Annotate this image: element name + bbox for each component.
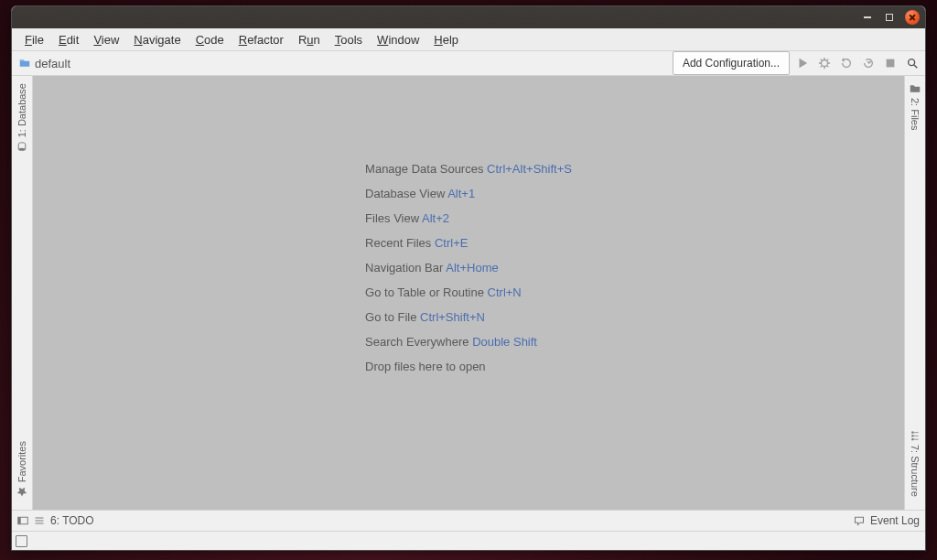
hint-filesview-shortcut: Alt+2 bbox=[422, 211, 449, 225]
menu-view[interactable]: View bbox=[86, 31, 126, 48]
menu-bar: File Edit View Navigate Code Refactor Ru… bbox=[12, 28, 925, 51]
database-tool-label: 1: Database bbox=[16, 83, 27, 137]
hint-dbview-label: Database View bbox=[365, 187, 445, 200]
menu-code[interactable]: Code bbox=[188, 31, 232, 48]
menu-edit[interactable]: Edit bbox=[51, 31, 86, 48]
project-name: default bbox=[35, 57, 70, 70]
toolwindow-toggle-icon[interactable] bbox=[17, 515, 28, 526]
svg-rect-9 bbox=[18, 517, 21, 524]
editor-body: 1: Database Favorites Manage Data Source… bbox=[12, 76, 925, 510]
hint-manage-label: Manage Data Sources bbox=[365, 162, 483, 176]
add-configuration-button[interactable]: Add Configuration... bbox=[673, 51, 790, 75]
menu-window[interactable]: Window bbox=[370, 31, 426, 48]
statusbar-toolwindows-button[interactable] bbox=[16, 535, 27, 547]
svg-point-2 bbox=[909, 59, 915, 66]
svg-rect-5 bbox=[911, 432, 913, 434]
svg-point-0 bbox=[822, 60, 828, 67]
svg-line-3 bbox=[914, 65, 918, 69]
left-tool-gutter: 1: Database Favorites bbox=[12, 76, 33, 510]
menu-tools[interactable]: Tools bbox=[328, 31, 370, 48]
hint-gotofile-label: Go to File bbox=[365, 310, 416, 324]
hint-navbar-shortcut: Alt+Home bbox=[446, 261, 498, 275]
star-icon bbox=[16, 486, 27, 497]
hint-gototable-shortcut: Ctrl+N bbox=[488, 285, 522, 299]
hint-recent-label: Recent Files bbox=[365, 236, 431, 250]
search-button[interactable] bbox=[903, 54, 921, 72]
database-tool-tab[interactable]: 1: Database bbox=[16, 76, 27, 159]
run-button[interactable] bbox=[793, 54, 812, 72]
hint-search-shortcut: Double Shift bbox=[472, 335, 537, 349]
menu-navigate[interactable]: Navigate bbox=[126, 31, 188, 48]
debug-button[interactable] bbox=[815, 54, 834, 72]
window-maximize-button[interactable] bbox=[883, 11, 896, 24]
hint-filesview-label: Files View bbox=[365, 211, 419, 225]
files-tool-label: 2: Files bbox=[910, 98, 921, 130]
menu-help[interactable]: Help bbox=[426, 31, 466, 48]
event-log-icon bbox=[854, 515, 865, 526]
hint-dbview-shortcut: Alt+1 bbox=[447, 187, 475, 200]
more-actions-button[interactable] bbox=[859, 54, 878, 72]
hint-recent-shortcut: Ctrl+E bbox=[435, 236, 468, 250]
structure-icon bbox=[910, 430, 921, 441]
hint-search-label: Search Everywhere bbox=[365, 335, 468, 349]
structure-tool-tab[interactable]: 7: Structure bbox=[910, 423, 921, 504]
folder-icon bbox=[19, 58, 30, 69]
svg-point-4 bbox=[18, 148, 26, 151]
structure-tool-label: 7: Structure bbox=[910, 445, 921, 497]
favorites-tool-tab[interactable]: Favorites bbox=[16, 434, 27, 504]
status-bar bbox=[12, 531, 925, 550]
svg-rect-7 bbox=[911, 438, 913, 440]
window-minimize-button[interactable] bbox=[861, 11, 874, 24]
svg-rect-6 bbox=[911, 435, 913, 436]
project-selector[interactable]: default bbox=[16, 57, 74, 70]
hint-drop-label: Drop files here to open bbox=[365, 360, 486, 373]
todo-icon bbox=[34, 515, 45, 526]
empty-state-hints: Manage Data Sources Ctrl+Alt+Shift+S Dat… bbox=[365, 156, 572, 379]
hint-manage-shortcut: Ctrl+Alt+Shift+S bbox=[487, 162, 572, 176]
window-close-button[interactable] bbox=[905, 10, 920, 25]
hint-navbar-label: Navigation Bar bbox=[365, 261, 443, 275]
svg-rect-1 bbox=[887, 59, 895, 68]
event-log-tool-tab[interactable]: Event Log bbox=[870, 514, 920, 527]
files-tool-tab[interactable]: 2: Files bbox=[910, 76, 921, 137]
files-icon bbox=[910, 83, 921, 94]
hint-gotofile-shortcut: Ctrl+Shift+N bbox=[420, 310, 485, 324]
bottom-tool-bar: 6: TODO Event Log bbox=[12, 510, 925, 531]
todo-tool-tab[interactable]: 6: TODO bbox=[50, 514, 94, 527]
editor-area[interactable]: Manage Data Sources Ctrl+Alt+Shift+S Dat… bbox=[33, 76, 904, 510]
hint-gototable-label: Go to Table or Routine bbox=[365, 285, 484, 299]
menu-file[interactable]: File bbox=[17, 31, 51, 48]
main-toolbar: default Add Configuration... bbox=[12, 51, 925, 76]
right-tool-gutter: 2: Files 7: Structure bbox=[904, 76, 925, 510]
add-configuration-label: Add Configuration... bbox=[683, 57, 780, 70]
database-icon bbox=[16, 141, 27, 152]
favorites-tool-label: Favorites bbox=[16, 441, 27, 482]
window-titlebar bbox=[12, 6, 925, 28]
menu-run[interactable]: Run bbox=[291, 31, 328, 48]
menu-refactor[interactable]: Refactor bbox=[232, 31, 291, 48]
stop-button[interactable] bbox=[881, 54, 899, 72]
rerun-button[interactable] bbox=[837, 54, 856, 72]
ide-window: File Edit View Navigate Code Refactor Ru… bbox=[11, 5, 926, 551]
